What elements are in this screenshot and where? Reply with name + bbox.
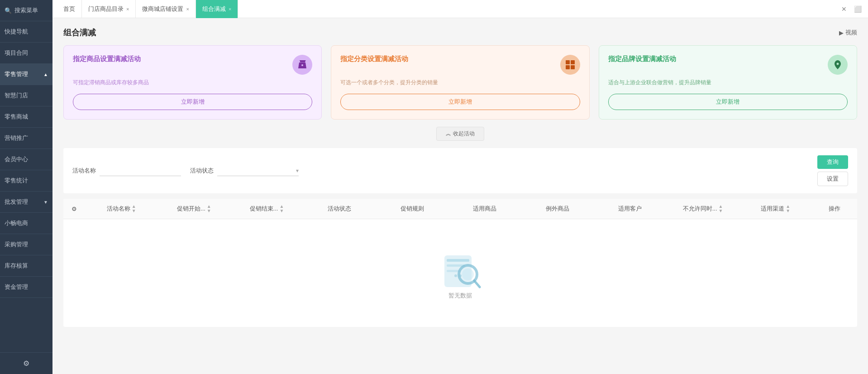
table-wrap: ⚙活动名称▲▼促销开始...▲▼促销结束...▲▼活动状态促销规则适用商品例外商…: [63, 199, 857, 327]
sidebar-item-marketing[interactable]: 营销推广: [0, 128, 52, 149]
gear-icon[interactable]: ⚙: [23, 359, 29, 368]
settings-button[interactable]: 设置: [817, 172, 848, 186]
svg-rect-5: [447, 259, 469, 262]
svg-point-12: [459, 274, 462, 277]
page-header: 组合满减 ▶ 视频: [63, 27, 857, 38]
sort-icon: ▲▼: [132, 204, 136, 213]
main-area: 首页门店商品目录×微商城店铺设置×组合满减× ✕ ⬜ 组合满减 ▶ 视频 指定商…: [52, 0, 868, 374]
brand-activity-card: 指定品牌设置满减活动 适合与上游企业联合做营销，提升品牌销量 立即新增: [599, 45, 857, 120]
chevron-down-icon: ▾: [296, 168, 299, 174]
filter-name-item: 活动名称: [72, 165, 181, 176]
card-header: 指定分类设置满减活动: [340, 55, 580, 75]
svg-point-9: [462, 269, 474, 280]
sidebar-item-purchase[interactable]: 采购管理: [0, 234, 52, 255]
sidebar-item-member-center[interactable]: 会员中心: [0, 149, 52, 170]
brand-card-title: 指定品牌设置满减活动: [608, 55, 676, 63]
goods-card-desc: 可指定滞销商品或库存较多商品: [73, 78, 312, 86]
play-icon: ▶: [839, 29, 844, 36]
card-header: 指定商品设置满减活动: [73, 55, 312, 75]
empty-state: 暂无数据: [63, 219, 857, 327]
th-ops: 操作: [812, 205, 857, 213]
sidebar-item-label: 零售统计: [5, 177, 28, 185]
tab-wechat-settings[interactable]: 微商城店铺设置×: [136, 0, 196, 18]
tab-close-icon[interactable]: ×: [229, 6, 231, 12]
sidebar-item-inventory[interactable]: 库存核算: [0, 255, 52, 277]
filter-status-select[interactable]: ▾: [217, 166, 299, 176]
sidebar-item-label: 智慧门店: [5, 91, 28, 100]
query-button[interactable]: 查询: [817, 155, 848, 169]
video-link[interactable]: ▶ 视频: [839, 29, 857, 37]
sidebar-item-wholesale[interactable]: 批发管理▼: [0, 192, 52, 213]
sort-icon: ▲▼: [719, 204, 723, 213]
goods-card-title: 指定商品设置满减活动: [73, 55, 141, 63]
sidebar-bottom: ⚙: [0, 352, 52, 374]
th-start[interactable]: 促销开始...▲▼: [158, 204, 231, 213]
th-label: 适用商品: [473, 205, 496, 213]
sidebar-item-quick-nav[interactable]: 快捷导航: [0, 21, 52, 43]
th-except: 例外商品: [521, 205, 594, 213]
sort-icon: ▲▼: [207, 204, 211, 213]
sidebar-item-label: 项目合同: [5, 49, 28, 57]
sidebar-item-smart-store[interactable]: 智慧门店: [0, 85, 52, 106]
sidebar-item-label: 资金管理: [5, 283, 28, 291]
sidebar-item-retail-mall[interactable]: 零售商城: [0, 106, 52, 128]
tab-close-icon[interactable]: ×: [126, 6, 129, 12]
filter-status-item: 活动状态 ▾: [190, 166, 299, 176]
filter-row: 活动名称 活动状态 ▾ 查询 设置: [63, 148, 857, 193]
th-end[interactable]: 促销结束...▲▼: [230, 204, 303, 213]
category-activity-card: 指定分类设置满减活动 可选一个或者多个分类，提升分类的销量 立即新增: [331, 45, 589, 120]
collapse-bar: ︽ 收起活动: [63, 127, 857, 141]
th-label: 促销结束...: [250, 205, 278, 213]
category-add-button[interactable]: 立即新增: [340, 94, 580, 110]
filter-buttons: 查询 设置: [817, 155, 848, 186]
th-channel[interactable]: 适用渠道▲▼: [739, 204, 812, 213]
th-name[interactable]: 活动名称▲▼: [85, 204, 158, 213]
sidebar-search[interactable]: 🔍 搜索菜单: [0, 0, 52, 21]
filter-status-label: 活动状态: [190, 167, 214, 175]
brand-add-button[interactable]: 立即新增: [608, 94, 848, 110]
goods-add-button[interactable]: 立即新增: [73, 94, 312, 110]
tab-product-catalog[interactable]: 门店商品目录×: [82, 0, 136, 18]
tab-close-icon[interactable]: ×: [186, 6, 189, 12]
chevron-icon: ▼: [43, 200, 48, 205]
collapse-icon: ︽: [446, 130, 451, 138]
svg-rect-2: [566, 65, 570, 69]
th-goods: 适用商品: [448, 205, 521, 213]
sidebar-item-retail-stats[interactable]: 零售统计: [0, 170, 52, 192]
tab-combo-discount[interactable]: 组合满减×: [196, 0, 238, 18]
brand-card-btn-wrap: 立即新增: [608, 94, 848, 110]
goods-activity-card: 指定商品设置满减活动 可指定滞销商品或库存较多商品 立即新增: [63, 45, 322, 120]
video-label: 视频: [845, 29, 857, 37]
maximize-window-button[interactable]: ⬜: [852, 5, 863, 14]
category-card-btn-wrap: 立即新增: [340, 94, 580, 110]
category-card-desc: 可选一个或者多个分类，提升分类的销量: [340, 78, 580, 86]
page-title: 组合满减: [63, 27, 96, 38]
goods-card-icon: [292, 55, 312, 75]
sidebar-item-finance[interactable]: 资金管理: [0, 277, 52, 298]
sort-icon: ▲▼: [786, 204, 790, 213]
th-label: 例外商品: [546, 205, 569, 213]
tab-home[interactable]: 首页: [57, 0, 82, 18]
sidebar-search-label: 搜索菜单: [14, 6, 38, 14]
sidebar-item-project-contract[interactable]: 项目合同: [0, 43, 52, 64]
collapse-button[interactable]: ︽ 收起活动: [436, 127, 484, 141]
search-icon: 🔍: [5, 7, 12, 14]
sidebar-item-retail-management[interactable]: 零售管理▲: [0, 64, 52, 85]
th-label: 活动状态: [328, 205, 351, 213]
collapse-label: 收起活动: [453, 130, 475, 138]
chevron-icon: ▲: [43, 72, 48, 77]
sidebar-item-ecommerce[interactable]: 小畅电商: [0, 213, 52, 234]
th-notsame[interactable]: 不允许同时...▲▼: [667, 204, 739, 213]
sidebar-item-label: 小畅电商: [5, 219, 28, 227]
sidebar-item-label: 零售管理: [5, 70, 28, 78]
th-status: 活动状态: [303, 205, 376, 213]
tab-label: 门店商品目录: [88, 5, 124, 13]
sidebar-item-label: 快捷导航: [5, 28, 28, 36]
th-rule: 促销规则: [376, 205, 448, 213]
th-customer: 适用客户: [594, 205, 667, 213]
filter-name-input[interactable]: [100, 165, 181, 176]
svg-point-11: [454, 274, 457, 277]
empty-text: 暂无数据: [448, 292, 472, 300]
brand-card-icon: [828, 55, 848, 75]
close-window-button[interactable]: ✕: [839, 5, 849, 14]
